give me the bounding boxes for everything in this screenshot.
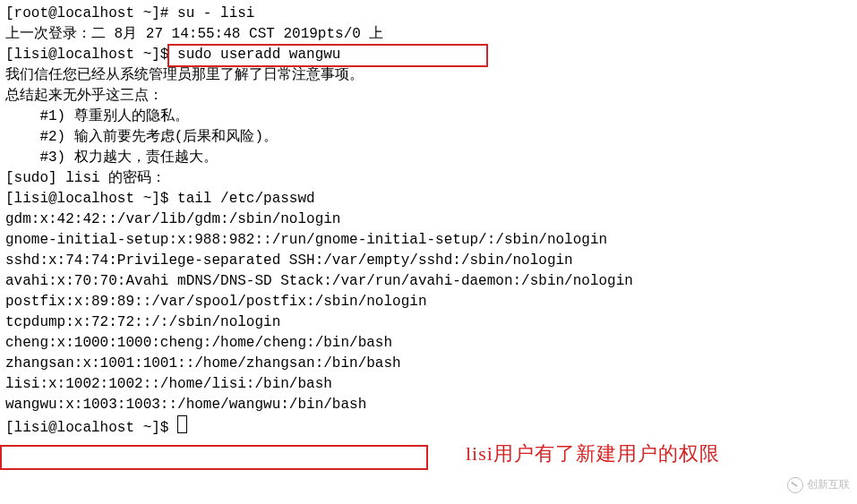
terminal-line: [lisi@localhost ~]$ tail /etc/passwd: [5, 189, 852, 209]
terminal-line: tcpdump:x:72:72::/:/sbin/nologin: [5, 312, 852, 333]
highlight-box-result: [0, 445, 428, 470]
terminal-prompt-text: [lisi@localhost ~]$: [5, 420, 177, 436]
terminal-line: #3) 权力越大，责任越大。: [5, 148, 852, 168]
watermark-text: 创新互联: [807, 474, 850, 495]
terminal-line: [sudo] lisi 的密码：: [5, 168, 852, 189]
terminal-prompt-line[interactable]: [lisi@localhost ~]$: [5, 415, 852, 439]
watermark: 创新互联: [787, 474, 850, 495]
terminal-line: lisi:x:1002:1002::/home/lisi:/bin/bash: [5, 374, 852, 395]
cursor-icon: [177, 415, 187, 433]
terminal-line: [root@localhost ~]# su - lisi: [5, 4, 852, 24]
terminal-line: #1) 尊重别人的隐私。: [5, 107, 852, 127]
terminal-line: zhangsan:x:1001:1001::/home/zhangsan:/bi…: [5, 354, 852, 374]
annotation-text: lisi用户有了新建用户的权限: [466, 443, 720, 464]
terminal-line: 总结起来无外乎这三点：: [5, 86, 852, 107]
terminal-line: cheng:x:1000:1000:cheng:/home/cheng:/bin…: [5, 333, 852, 354]
terminal-line: avahi:x:70:70:Avahi mDNS/DNS-SD Stack:/v…: [5, 271, 852, 292]
terminal-line: wangwu:x:1003:1003::/home/wangwu:/bin/ba…: [5, 395, 852, 415]
terminal-line: [lisi@localhost ~]$ sudo useradd wangwu: [5, 45, 852, 65]
terminal-line: postfix:x:89:89::/var/spool/postfix:/sbi…: [5, 292, 852, 312]
terminal-line: gdm:x:42:42::/var/lib/gdm:/sbin/nologin: [5, 209, 852, 230]
terminal-line: 我们信任您已经从系统管理员那里了解了日常注意事项。: [5, 65, 852, 86]
watermark-logo-icon: [787, 477, 803, 493]
terminal-line: gnome-initial-setup:x:988:982::/run/gnom…: [5, 230, 852, 251]
terminal-line: sshd:x:74:74:Privilege-separated SSH:/va…: [5, 251, 852, 271]
terminal-line: #2) 输入前要先考虑(后果和风险)。: [5, 127, 852, 148]
terminal-line: 上一次登录：二 8月 27 14:55:48 CST 2019pts/0 上: [5, 24, 852, 45]
